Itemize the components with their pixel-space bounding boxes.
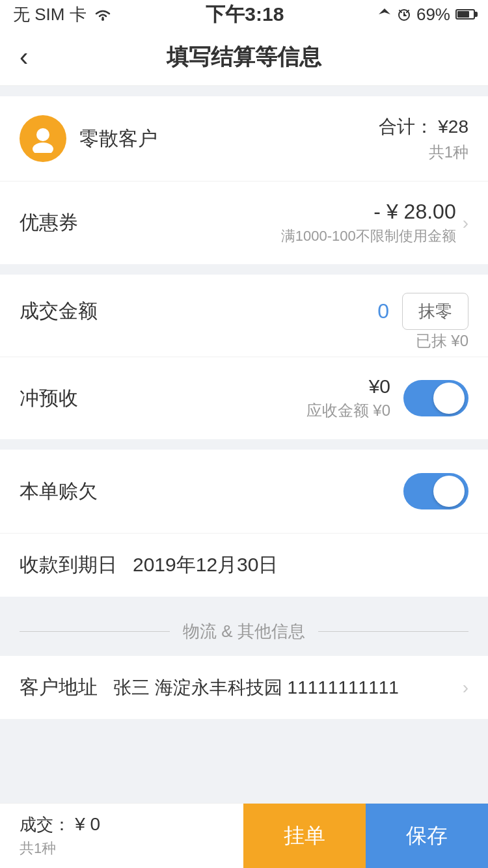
deal-amount-label: 成交金额: [20, 298, 98, 325]
status-right: 69%: [377, 5, 475, 25]
deal-amount-row: 成交金额 抹零 已抹 ¥0: [0, 275, 488, 357]
logistics-line-left: [20, 631, 170, 632]
coupon-info: - ¥ 28.00 满1000-100不限制使用金额: [281, 200, 456, 246]
logistics-section: 物流 & 其他信息 客户地址 张三 海淀永丰科技园 11111111111 ›: [0, 607, 488, 719]
coupon-discount: - ¥ 28.00: [281, 200, 456, 224]
debt-section: 本单赊欠 收款到期日 2019年12月30日: [0, 450, 488, 597]
customer-right: 合计： ¥28 共1种: [379, 115, 469, 163]
prepayment-row: 冲预收 ¥0 应收金额 ¥0: [0, 357, 488, 439]
customer-name: 零散客户: [79, 126, 157, 152]
coupon-label: 优惠券: [20, 210, 78, 236]
debt-toggle[interactable]: [403, 473, 468, 509]
coupon-chevron-icon: ›: [463, 213, 468, 234]
address-label: 客户地址: [20, 674, 98, 701]
total-amount: 合计： ¥28: [379, 115, 469, 139]
duedate-label: 收款到期日: [20, 552, 117, 578]
back-button[interactable]: ‹: [20, 42, 28, 72]
logistics-text: 物流 & 其他信息: [183, 620, 305, 643]
page-title: 填写结算等信息: [167, 42, 321, 72]
prepayment-amount-col: ¥0 应收金额 ¥0: [306, 375, 390, 421]
total-count: 共1种: [379, 142, 469, 163]
status-bar: 无 SIM 卡 下午3:18 69%: [0, 0, 488, 29]
pend-button[interactable]: 挂单: [243, 804, 366, 869]
no-sim-text: 无 SIM 卡: [13, 3, 87, 26]
battery-icon: [455, 9, 475, 20]
customer-row: 零散客户 合计： ¥28 共1种: [0, 96, 488, 181]
bottom-bar: 成交： ¥ 0 共1种 挂单 保存: [0, 803, 488, 868]
duedate-row: 收款到期日 2019年12月30日: [0, 533, 488, 597]
form-section-1: 成交金额 抹零 已抹 ¥0 冲预收 ¥0 应收金额 ¥0: [0, 275, 488, 439]
status-time: 下午3:18: [206, 1, 284, 28]
bottom-summary: 成交： ¥ 0 共1种: [0, 813, 243, 858]
deal-amount-right: 抹零: [337, 293, 468, 330]
avatar: [20, 115, 66, 162]
coupon-row[interactable]: 优惠券 - ¥ 28.00 满1000-100不限制使用金额 ›: [0, 181, 488, 264]
round-zero-button[interactable]: 抹零: [402, 293, 468, 330]
total-label: 合计：: [379, 116, 433, 137]
debt-row: 本单赊欠: [0, 450, 488, 533]
duedate-value: 2019年12月30日: [133, 552, 278, 578]
debt-toggle-knob: [433, 476, 465, 507]
bottom-deal-line: 成交： ¥ 0: [20, 813, 224, 836]
bottom-deal-amount: ¥ 0: [75, 814, 100, 834]
nav-bar: ‹ 填写结算等信息: [0, 29, 488, 86]
prepayment-toggle[interactable]: [403, 380, 468, 416]
bottom-count: 共1种: [20, 839, 224, 858]
address-value: 张三 海淀永丰科技园 11111111111: [113, 675, 463, 700]
user-icon: [29, 124, 57, 153]
prepayment-label: 冲预收: [20, 385, 78, 412]
customer-left: 零散客户: [20, 115, 157, 162]
address-row[interactable]: 客户地址 张三 海淀永丰科技园 11111111111 ›: [0, 656, 488, 719]
alarm-icon: [397, 7, 411, 21]
coupon-right: - ¥ 28.00 满1000-100不限制使用金额 ›: [281, 200, 468, 246]
prepayment-receivable: 应收金额 ¥0: [306, 400, 390, 421]
debt-label: 本单赊欠: [20, 478, 98, 505]
deal-amount-input[interactable]: [337, 299, 389, 323]
total-value: ¥28: [438, 116, 468, 137]
customer-section: 零散客户 合计： ¥28 共1种 优惠券 - ¥ 28.00 满1000-100…: [0, 96, 488, 264]
svg-point-3: [33, 142, 53, 153]
toggle-knob: [433, 383, 465, 414]
battery-percent: 69%: [416, 5, 450, 25]
svg-point-2: [36, 128, 49, 141]
logistics-header: 物流 & 其他信息: [0, 607, 488, 656]
prepayment-amount: ¥0: [306, 375, 390, 398]
status-left: 无 SIM 卡: [13, 3, 113, 26]
logistics-label-line: 物流 & 其他信息: [20, 620, 468, 643]
bottom-deal-label: 成交：: [20, 815, 70, 834]
logistics-line-right: [318, 631, 468, 632]
svg-point-0: [102, 18, 104, 21]
address-chevron-icon: ›: [463, 677, 468, 698]
already-rounded-text: 已抹 ¥0: [416, 332, 468, 349]
location-icon: [377, 7, 392, 21]
save-button[interactable]: 保存: [366, 804, 488, 869]
wifi-icon: [93, 7, 113, 21]
coupon-desc: 满1000-100不限制使用金额: [281, 226, 456, 246]
